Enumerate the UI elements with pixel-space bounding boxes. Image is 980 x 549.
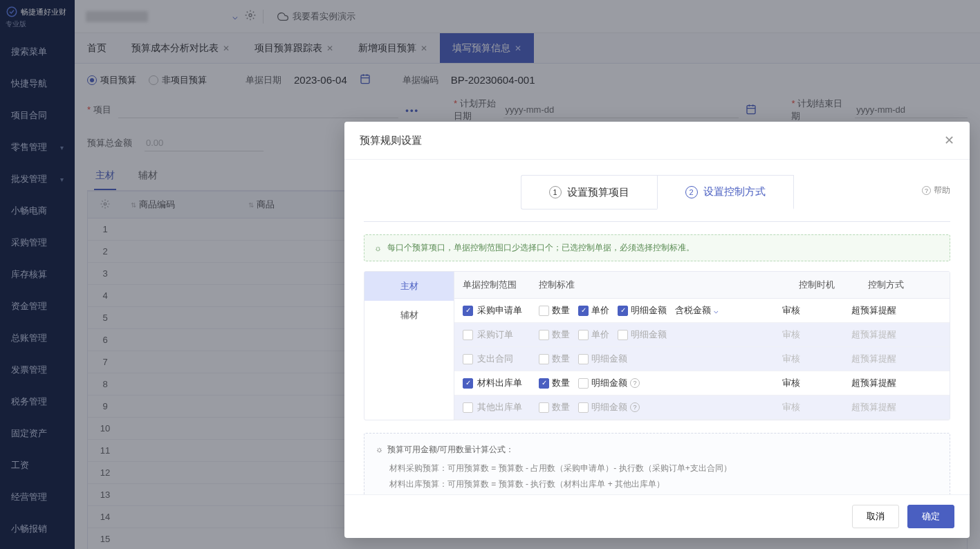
checkbox-scope[interactable] xyxy=(463,330,473,340)
checkbox-detail[interactable] xyxy=(578,402,589,413)
checkbox-detail[interactable] xyxy=(618,330,628,340)
method-value: 超预算提醒 xyxy=(851,377,941,389)
step-tab-2[interactable]: 2设置控制方式 xyxy=(657,175,794,210)
checkbox-qty[interactable] xyxy=(539,354,549,364)
cfg-tab-aux[interactable]: 辅材 xyxy=(364,301,454,330)
timing-value: 审核 xyxy=(782,304,851,317)
checkbox-qty[interactable] xyxy=(539,402,549,413)
checkbox-qty[interactable] xyxy=(539,378,549,389)
info-icon[interactable]: ? xyxy=(630,402,640,412)
timing-value: 审核 xyxy=(782,353,851,365)
control-row-2: 支出合同数量明细金额审核超预算提醒 xyxy=(454,347,950,371)
bulb-icon: ☼ xyxy=(376,442,383,458)
checkbox-qty[interactable] xyxy=(539,330,549,340)
info-icon[interactable]: ? xyxy=(630,378,640,388)
close-icon[interactable]: ✕ xyxy=(944,133,954,148)
method-value: 超预算提醒 xyxy=(851,401,941,413)
timing-value: 审核 xyxy=(782,377,851,389)
step-tab-1[interactable]: 1设置预算项目 xyxy=(521,175,657,210)
timing-value: 审核 xyxy=(782,401,851,413)
control-config: 主材 辅材 单据控制范围 控制标准 控制时机 控制方式 采购申请单数量单价明细金… xyxy=(364,271,950,420)
timing-value: 审核 xyxy=(782,328,851,341)
checkbox-scope[interactable] xyxy=(463,402,473,413)
chevron-down-icon[interactable]: ⌵ xyxy=(714,306,719,315)
checkbox-price[interactable] xyxy=(578,306,589,316)
checkbox-scope[interactable] xyxy=(463,354,473,364)
col-timing: 控制时机 xyxy=(791,272,860,298)
method-value: 超预算提醒 xyxy=(851,304,941,317)
checkbox-scope[interactable] xyxy=(463,378,473,389)
method-value: 超预算提醒 xyxy=(851,353,941,365)
checkbox-detail[interactable] xyxy=(618,306,628,316)
dialog-title: 预算规则设置 xyxy=(360,134,422,147)
col-standard: 控制标准 xyxy=(530,272,791,298)
checkbox-qty[interactable] xyxy=(539,306,549,316)
formula-info: ☼预算可用金额/可用数量计算公式： 材料采购预算：可用预算数 = 预算数 - 占… xyxy=(364,433,950,494)
budget-rule-dialog: 预算规则设置 ✕ 1设置预算项目 2设置控制方式 ?帮助 ☼ 每口个预算项口，单… xyxy=(344,122,970,538)
control-row-4: 其他出库单数量明细金额?审核超预算提醒 xyxy=(454,396,950,420)
checkbox-detail[interactable] xyxy=(578,378,589,389)
help-link[interactable]: ?帮助 xyxy=(922,185,950,196)
col-scope: 单据控制范围 xyxy=(454,272,530,298)
col-method: 控制方式 xyxy=(860,272,950,298)
checkbox-price[interactable] xyxy=(578,330,589,340)
cancel-button[interactable]: 取消 xyxy=(852,505,899,528)
tip-banner: ☼ 每口个预算项口，单据控制范围口少选择口个；已选控制单据，必须选择控制标准。 xyxy=(364,234,950,261)
control-row-1: 采购订单数量单价明细金额审核超预算提醒 xyxy=(454,323,950,347)
method-value: 超预算提醒 xyxy=(851,328,941,341)
confirm-button[interactable]: 确定 xyxy=(907,505,954,528)
checkbox-detail[interactable] xyxy=(578,354,589,364)
control-row-0: 采购申请单数量单价明细金额含税金额 ⌵审核超预算提醒 xyxy=(454,299,950,323)
bulb-icon: ☼ xyxy=(374,243,382,253)
cfg-tab-main[interactable]: 主材 xyxy=(364,272,454,301)
control-row-3: 材料出库单数量明细金额?审核超预算提醒 xyxy=(454,371,950,396)
checkbox-scope[interactable] xyxy=(463,306,473,316)
